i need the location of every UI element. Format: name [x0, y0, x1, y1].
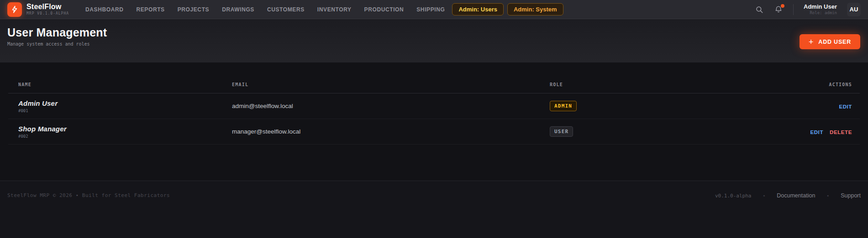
- primary-nav: DASHBOARD REPORTS PROJECTS DRAWINGS CUST…: [85, 6, 445, 13]
- user-email: admin@steelflow.local: [232, 103, 550, 109]
- footer: SteelFlow MRP © 2026 • Built for Steel F…: [0, 181, 868, 238]
- brand-name: SteelFlow: [26, 3, 69, 11]
- notifications-button[interactable]: [774, 5, 783, 14]
- footer-link-support[interactable]: Support: [841, 192, 861, 199]
- nav-item-admin-users[interactable]: Admin: Users: [452, 3, 504, 16]
- column-header-role: ROLE: [550, 82, 829, 87]
- column-header-actions: ACTIONS: [829, 82, 860, 87]
- actions-cell: EDITDELETE: [804, 128, 860, 136]
- column-header-email: EMAIL: [232, 82, 550, 87]
- nav-item-dashboard[interactable]: DASHBOARD: [85, 6, 123, 13]
- content-area: NAME EMAIL ROLE ACTIONS Admin User#001ad…: [0, 62, 868, 181]
- edit-button[interactable]: EDIT: [810, 129, 823, 135]
- actions-cell: EDIT: [832, 102, 860, 110]
- footer-link-documentation[interactable]: Documentation: [777, 192, 815, 199]
- search-button[interactable]: [755, 5, 764, 14]
- page-header: User Management Manage system access and…: [0, 19, 868, 62]
- user-role-cell: ADMIN: [550, 101, 832, 111]
- nav-item-customers[interactable]: CUSTOMERS: [267, 6, 305, 13]
- plus-icon: +: [809, 38, 814, 46]
- role-badge: ADMIN: [550, 101, 577, 111]
- role-badge: USER: [550, 126, 573, 137]
- edit-button[interactable]: EDIT: [839, 104, 852, 109]
- nav-divider: [793, 4, 794, 15]
- nav-item-reports[interactable]: REPORTS: [136, 6, 164, 13]
- search-icon: [755, 5, 763, 14]
- table-body: Admin User#001admin@steelflow.localADMIN…: [8, 93, 860, 145]
- user-role-cell: USER: [550, 126, 804, 137]
- user-name-cell: Shop Manager#002: [8, 125, 232, 139]
- footer-bullet: •: [763, 193, 765, 198]
- user-id: #001: [18, 109, 232, 113]
- nav-item-inventory[interactable]: INVENTORY: [317, 6, 352, 13]
- nav-right-group: Admin User Role: admin AU: [755, 3, 861, 16]
- app-logo[interactable]: [7, 2, 22, 17]
- user-name-cell: Admin User#001: [8, 99, 232, 113]
- add-user-label: ADD USER: [818, 39, 851, 45]
- brand-version: MRP V0.1.0-ALPHA: [26, 12, 69, 16]
- footer-bullet: •: [827, 193, 829, 198]
- footer-copyright: SteelFlow MRP © 2026 • Built for Steel F…: [7, 192, 170, 198]
- user-display-name: Admin User: [18, 99, 232, 107]
- user-email: manager@steelflow.local: [232, 128, 550, 135]
- avatar[interactable]: AU: [847, 3, 861, 16]
- top-nav-bar: SteelFlow MRP V0.1.0-ALPHA DASHBOARD REP…: [0, 0, 868, 19]
- user-name: Admin User: [804, 3, 837, 10]
- notification-dot: [781, 4, 784, 8]
- nav-item-projects[interactable]: PROJECTS: [178, 6, 209, 13]
- users-table: NAME EMAIL ROLE ACTIONS Admin User#001ad…: [8, 62, 860, 145]
- nav-item-drawings[interactable]: DRAWINGS: [222, 6, 254, 13]
- add-user-button[interactable]: + ADD USER: [800, 34, 860, 49]
- nav-item-shipping[interactable]: SHIPPING: [416, 6, 445, 13]
- user-id: #002: [18, 134, 232, 139]
- user-display-name: Shop Manager: [18, 125, 232, 133]
- table-row: Admin User#001admin@steelflow.localADMIN…: [8, 93, 860, 119]
- admin-nav-group: Admin: Users Admin: System: [452, 3, 563, 16]
- user-role: Role: admin: [804, 10, 837, 16]
- table-row: Shop Manager#002manager@steelflow.localU…: [8, 119, 860, 145]
- column-header-name: NAME: [8, 82, 232, 87]
- footer-right-group: v0.1.0-alpha • Documentation • Support: [715, 192, 861, 199]
- lightning-bolt-icon: [11, 5, 19, 14]
- brand-block: SteelFlow MRP V0.1.0-ALPHA: [26, 3, 69, 16]
- table-header-row: NAME EMAIL ROLE ACTIONS: [8, 62, 860, 93]
- nav-item-admin-system[interactable]: Admin: System: [507, 3, 563, 16]
- footer-version: v0.1.0-alpha: [715, 193, 751, 199]
- delete-button[interactable]: DELETE: [830, 129, 852, 135]
- nav-item-production[interactable]: PRODUCTION: [364, 6, 404, 13]
- page-title: User Management: [7, 26, 861, 39]
- user-info: Admin User Role: admin: [804, 3, 837, 16]
- page-subtitle: Manage system access and roles: [7, 41, 861, 47]
